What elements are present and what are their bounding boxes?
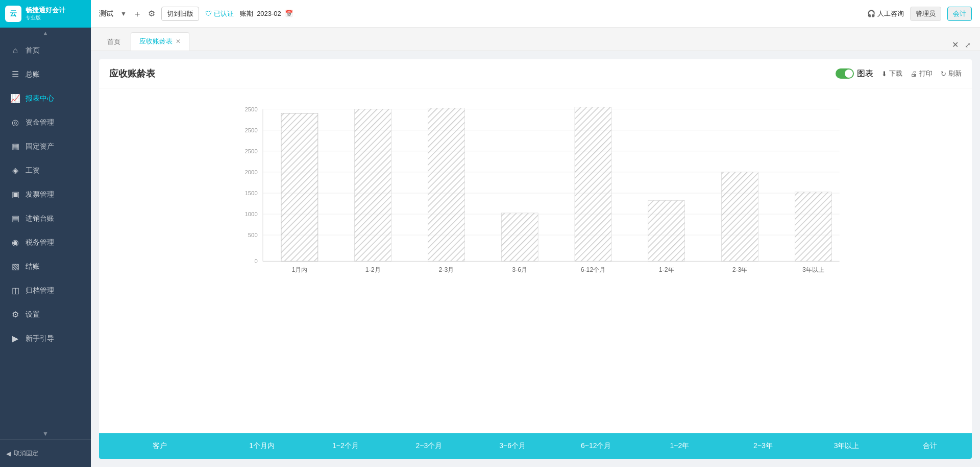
- sidebar-item-reports[interactable]: 📈 报表中心: [0, 86, 91, 110]
- archive-icon: ◫: [10, 286, 20, 295]
- svg-rect-18: [281, 113, 318, 262]
- refresh-icon: ↻: [941, 70, 946, 78]
- tab-bar-expand-button[interactable]: ⤢: [964, 40, 972, 50]
- invoices-icon: ▣: [10, 190, 20, 199]
- table-area: 客户 1个月内 1~2个月 2~3个月 3~6个月 6~12个月 1~2年 2~…: [99, 433, 972, 459]
- close-accounts-icon: ▧: [10, 262, 20, 271]
- topbar-title: 测试: [99, 9, 113, 18]
- svg-text:2-3月: 2-3月: [439, 266, 454, 273]
- scroll-down-arrow[interactable]: ▼: [0, 428, 91, 439]
- sidebar-item-funds[interactable]: ◎ 资金管理: [0, 110, 91, 134]
- topbar-settings-button[interactable]: ⚙: [148, 9, 155, 18]
- content-actions: 图表 ⬇ 下载 🖨 打印 ↻ 刷新: [836, 68, 962, 79]
- svg-rect-23: [648, 200, 685, 261]
- print-icon: 🖨: [911, 70, 917, 78]
- sidebar-item-wages[interactable]: ◈ 工资: [0, 158, 91, 182]
- tab-bar-actions: ✕ ⤢: [951, 39, 972, 51]
- sidebar-item-invoices[interactable]: ▣ 发票管理: [0, 182, 91, 206]
- sidebar-bottom: ◀ 取消固定: [0, 439, 91, 467]
- wages-icon: ◈: [10, 166, 20, 175]
- logo-text: 畅捷通好会计 专业版: [26, 6, 65, 22]
- th-6-12month: 6~12个月: [554, 433, 638, 459]
- reports-icon: 📈: [10, 94, 20, 103]
- sidebar-item-label: 发票管理: [26, 190, 54, 199]
- svg-text:2-3年: 2-3年: [732, 266, 748, 273]
- main-area: 测试 ▼ ＋ ⚙ 切到旧版 🛡 已认证 账期 2023-02 📅 🎧 人工咨询 …: [91, 0, 980, 467]
- th-3plus-year: 3年以上: [805, 433, 889, 459]
- th-2-3month: 2~3个月: [387, 433, 471, 459]
- sidebar-item-guide[interactable]: ▶ 新手引导: [0, 326, 91, 351]
- th-1month: 1个月内: [220, 433, 304, 459]
- refresh-button[interactable]: ↻ 刷新: [941, 69, 962, 78]
- content: 应收账龄表 图表 ⬇ 下载 🖨 打印: [91, 51, 980, 467]
- period-text: 账期: [240, 10, 253, 17]
- headset-icon: 🎧: [867, 10, 875, 17]
- svg-text:3-6月: 3-6月: [512, 266, 527, 273]
- tab-bar-close-button[interactable]: ✕: [951, 39, 960, 51]
- topbar-add-button[interactable]: ＋: [133, 9, 142, 18]
- th-1-2year: 1~2年: [638, 433, 722, 459]
- chart-container: 2500 2500 2500 2000 1500 1000 500 0: [109, 99, 962, 293]
- th-total: 合计: [888, 433, 972, 459]
- tab-close-icon[interactable]: ✕: [176, 38, 181, 45]
- funds-icon: ◎: [10, 118, 20, 127]
- download-icon: ⬇: [881, 70, 887, 78]
- sidebar-item-tax[interactable]: ◉ 税务管理: [0, 230, 91, 254]
- chart-toggle[interactable]: 图表: [836, 68, 873, 79]
- svg-rect-21: [501, 213, 538, 261]
- sidebar-item-settings[interactable]: ⚙ 设置: [0, 302, 91, 326]
- support-label: 人工咨询: [877, 9, 904, 18]
- sidebar-item-label: 资金管理: [26, 118, 54, 127]
- topbar-dropdown-arrow[interactable]: ▼: [120, 10, 127, 17]
- table-header: 客户 1个月内 1~2个月 2~3个月 3~6个月 6~12个月 1~2年 2~…: [99, 433, 972, 459]
- sidebar: 云 畅捷通好会计 专业版 ▲ ⌂ 首页 ☰ 总账 📈 报表中心 ◎ 资金管理 ▦…: [0, 0, 91, 467]
- download-label: 下载: [889, 69, 902, 78]
- tab-home[interactable]: 首页: [99, 33, 129, 51]
- refresh-label: 刷新: [948, 69, 962, 78]
- verified-label: 已认证: [214, 9, 234, 18]
- calendar-icon[interactable]: 📅: [285, 10, 293, 17]
- guide-icon: ▶: [10, 334, 20, 343]
- sidebar-item-assets[interactable]: ▦ 固定资产: [0, 134, 91, 158]
- page-title: 应收账龄表: [109, 67, 155, 80]
- admin-button[interactable]: 管理员: [910, 7, 941, 21]
- sidebar-item-label: 报表中心: [26, 94, 54, 103]
- svg-text:1000: 1000: [245, 211, 258, 217]
- toggle-label: 图表: [857, 68, 873, 79]
- th-2-3year: 2~3年: [721, 433, 805, 459]
- sidebar-item-archive[interactable]: ◫ 归档管理: [0, 278, 91, 302]
- print-button[interactable]: 🖨 打印: [911, 69, 933, 78]
- sidebar-item-label: 设置: [26, 310, 40, 319]
- sidebar-item-sales[interactable]: ▤ 进销台账: [0, 206, 91, 230]
- tab-aging-report[interactable]: 应收账龄表 ✕: [131, 32, 189, 51]
- sales-icon: ▤: [10, 214, 20, 223]
- svg-text:2500: 2500: [245, 148, 258, 154]
- svg-text:6-12个月: 6-12个月: [581, 266, 606, 273]
- content-header: 应收账龄表 图表 ⬇ 下载 🖨 打印: [99, 59, 972, 88]
- svg-text:2000: 2000: [245, 169, 258, 175]
- toggle-track[interactable]: [836, 68, 854, 79]
- sidebar-item-ledger[interactable]: ☰ 总账: [0, 62, 91, 86]
- sidebar-item-home[interactable]: ⌂ 首页: [0, 39, 91, 62]
- svg-rect-25: [795, 192, 831, 262]
- th-3-6month: 3~6个月: [471, 433, 554, 459]
- bar-chart-svg: 2500 2500 2500 2000 1500 1000 500 0: [109, 99, 962, 293]
- assets-icon: ▦: [10, 142, 20, 151]
- cancel-fixed-button[interactable]: ◀ 取消固定: [0, 445, 91, 462]
- support-button[interactable]: 🎧 人工咨询: [867, 9, 904, 18]
- home-icon: ⌂: [10, 46, 20, 55]
- logo-name: 畅捷通好会计: [26, 6, 65, 15]
- sidebar-item-label: 工资: [26, 166, 40, 175]
- sidebar-item-label: 结账: [26, 262, 40, 271]
- sidebar-item-close[interactable]: ▧ 结账: [0, 254, 91, 278]
- accountant-button[interactable]: 会计: [947, 7, 972, 21]
- scroll-up-arrow[interactable]: ▲: [0, 28, 91, 39]
- svg-rect-22: [575, 107, 611, 261]
- download-button[interactable]: ⬇ 下载: [881, 69, 902, 78]
- logo-version: 专业版: [26, 14, 65, 21]
- chart-area: 2500 2500 2500 2000 1500 1000 500 0: [99, 88, 972, 433]
- cancel-fixed-label: 取消固定: [14, 449, 38, 458]
- switch-version-button[interactable]: 切到旧版: [161, 7, 199, 21]
- sidebar-item-label: 总账: [26, 70, 40, 79]
- svg-text:500: 500: [248, 232, 258, 238]
